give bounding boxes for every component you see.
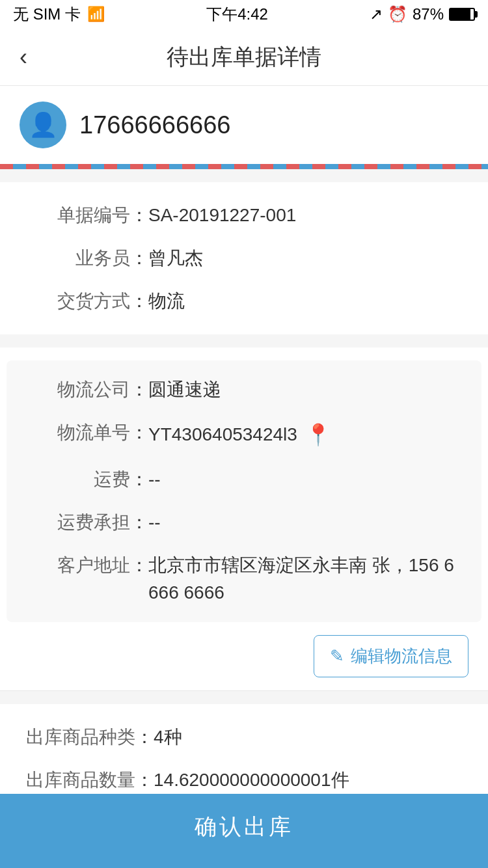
logistics-company-row: 物流公司 圆通速递 bbox=[26, 376, 462, 403]
section-divider bbox=[0, 690, 488, 691]
logistics-box: 物流公司 圆通速递 物流单号 YT43064053424l3 📍 运费 -- 运… bbox=[7, 360, 481, 622]
user-icon: 👤 bbox=[29, 111, 58, 139]
logistics-company-label: 物流公司 bbox=[26, 376, 130, 403]
goods-quantity-value: 14.620000000000001件 bbox=[154, 766, 462, 794]
location-status-icon: ↗ bbox=[370, 5, 383, 23]
avatar: 👤 bbox=[20, 102, 66, 148]
tracking-no-text: YT43064053424l3 bbox=[148, 421, 297, 448]
time-label: 下午4:42 bbox=[206, 4, 268, 25]
address-value: 北京市市辖区海淀区永丰南 张，156 6666 6666 bbox=[148, 552, 462, 606]
freight-bearer-label: 运费承担 bbox=[26, 509, 130, 536]
status-bar: 无 SIM 卡 📶 下午4:42 ↗ ⏰ 87% bbox=[0, 0, 488, 29]
battery-label: 87% bbox=[413, 5, 444, 23]
carrier-label: 无 SIM 卡 bbox=[13, 4, 81, 25]
alarm-icon: ⏰ bbox=[388, 5, 407, 23]
logistics-company-value: 圆通速递 bbox=[148, 376, 462, 403]
freight-value: -- bbox=[148, 466, 462, 493]
dashed-divider bbox=[0, 164, 488, 169]
logistics-section: 物流公司 圆通速递 物流单号 YT43064053424l3 📍 运费 -- 运… bbox=[0, 347, 488, 690]
sales-rep-row: 业务员 曾凡杰 bbox=[26, 245, 462, 272]
edit-icon: ✎ bbox=[330, 646, 344, 666]
tracking-no-value: YT43064053424l3 📍 bbox=[148, 419, 462, 450]
confirm-outbound-button[interactable]: 确认出库 bbox=[26, 812, 462, 842]
delivery-type-value: 物流 bbox=[148, 288, 462, 315]
edit-logistics-btn-row: ✎ 编辑物流信息 bbox=[0, 622, 488, 690]
customer-phone: 17666666666 bbox=[79, 111, 230, 139]
order-no-row: 单据编号 SA-20191227-001 bbox=[26, 202, 462, 229]
back-button[interactable]: ‹ bbox=[20, 46, 27, 69]
edit-logistics-button[interactable]: ✎ 编辑物流信息 bbox=[314, 635, 468, 677]
freight-label: 运费 bbox=[26, 466, 130, 493]
address-row: 客户地址 北京市市辖区海淀区永丰南 张，156 6666 6666 bbox=[26, 552, 462, 606]
freight-row: 运费 -- bbox=[26, 466, 462, 493]
battery-icon bbox=[449, 8, 475, 21]
order-no-label: 单据编号 bbox=[26, 202, 130, 229]
wifi-icon: 📶 bbox=[87, 6, 105, 23]
order-info-section: 单据编号 SA-20191227-001 业务员 曾凡杰 交货方式 物流 bbox=[0, 182, 488, 334]
page-title: 待出库单据详情 bbox=[167, 42, 321, 72]
freight-bearer-row: 运费承担 -- bbox=[26, 509, 462, 536]
freight-bearer-value: -- bbox=[148, 509, 462, 536]
delivery-type-label: 交货方式 bbox=[26, 288, 130, 315]
edit-logistics-label: 编辑物流信息 bbox=[351, 645, 452, 668]
goods-quantity-row: 出库商品数量 14.620000000000001件 bbox=[26, 766, 462, 794]
goods-quantity-label: 出库商品数量 bbox=[26, 766, 135, 794]
address-label: 客户地址 bbox=[26, 552, 130, 579]
confirm-btn-wrap: 确认出库 bbox=[0, 794, 488, 868]
tracking-no-row: 物流单号 YT43064053424l3 📍 bbox=[26, 419, 462, 450]
order-no-value: SA-20191227-001 bbox=[148, 202, 462, 229]
sales-rep-value: 曾凡杰 bbox=[148, 245, 462, 272]
sales-rep-label: 业务员 bbox=[26, 245, 130, 272]
customer-header: 👤 17666666666 bbox=[0, 86, 488, 164]
nav-bar: ‹ 待出库单据详情 bbox=[0, 29, 488, 86]
goods-type-label: 出库商品种类 bbox=[26, 724, 135, 751]
tracking-no-label: 物流单号 bbox=[26, 419, 130, 446]
goods-type-value: 4种 bbox=[154, 724, 462, 751]
goods-type-row: 出库商品种类 4种 bbox=[26, 724, 462, 751]
delivery-type-row: 交货方式 物流 bbox=[26, 288, 462, 315]
location-icon[interactable]: 📍 bbox=[305, 419, 331, 450]
